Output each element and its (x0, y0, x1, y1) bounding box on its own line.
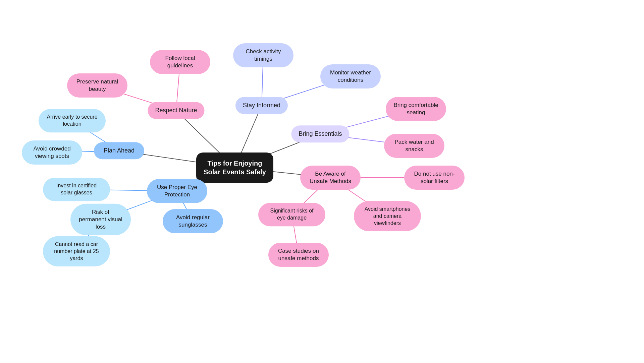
node-car-number: Cannot read a car number plate at 25 yar… (43, 236, 110, 266)
node-no-smartphones: Avoid smartphones and camera viewfinders (354, 201, 421, 231)
node-bring-essentials: Bring Essentials (291, 125, 349, 142)
center-node: Tips for Enjoying Solar Events Safely (196, 153, 273, 183)
node-pack-water: Pack water and snacks (384, 134, 444, 158)
node-plan-ahead: Plan Ahead (94, 142, 144, 159)
node-monitor-weather: Monitor weather conditions (320, 64, 381, 88)
node-stay-informed: Stay Informed (235, 97, 288, 114)
node-case-studies: Case studies on unsafe methods (268, 243, 329, 267)
node-visual-loss: Risk of permanent visual loss (70, 204, 131, 235)
node-bring-seating: Bring comfortable seating (386, 97, 446, 121)
node-no-non-solar: Do not use non-solar filters (404, 166, 465, 190)
node-preserve-beauty: Preserve natural beauty (67, 73, 127, 98)
node-eye-damage: Significant risks of eye damage (258, 203, 325, 226)
node-unsafe-methods: Be Aware of Unsafe Methods (300, 166, 361, 190)
node-eye-protection: Use Proper Eye Protection (147, 179, 207, 203)
node-certified-glasses: Invest in certified solar glasses (43, 178, 110, 201)
node-regular-sunglasses: Avoid regular sunglasses (163, 209, 223, 233)
node-respect-nature: Respect Nature (148, 102, 204, 119)
node-follow-guidelines: Follow local guidelines (150, 50, 210, 74)
node-check-timings: Check activity timings (233, 43, 293, 67)
mindmap-canvas: Tips for Enjoying Solar Events SafelyPla… (0, 0, 644, 363)
node-arrive-early: Arrive early to secure location (39, 109, 106, 132)
node-avoid-crowded: Avoid crowded viewing spots (22, 140, 82, 165)
